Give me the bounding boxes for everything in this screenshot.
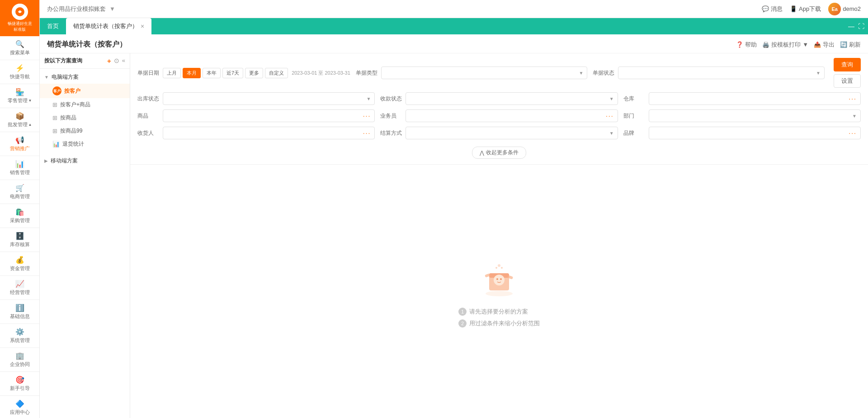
filter-row-3: 商品 ··· 业务员 ··· [137,109,861,122]
settlement-control[interactable]: ▼ [406,127,618,139]
tip-1-text: 请先选择要分析的方案 [469,308,528,316]
sidebar-item-search[interactable]: 🔍 搜索菜单 [0,36,39,60]
sidebar-item-finance[interactable]: 💰 资金管理 [0,252,39,276]
by-product-icon: ⊞ [52,114,57,121]
tip-2-text: 用过滤条件来缩小分析范围 [469,319,540,328]
search-icon: 🔍 [15,40,24,48]
empty-tip-1: 1 请先选择要分析的方案 [458,308,540,316]
svg-point-4 [494,275,505,285]
warehouse-control[interactable]: ··· [649,92,861,105]
sidebar-item-marketing[interactable]: 📢 营销推广 [0,132,39,156]
message-label: 消息 [771,5,783,13]
settlement-label: 结算方式 [380,129,403,137]
scheme-return-stats[interactable]: 📊 退货统计 [40,138,130,151]
sidebar-item-ecommerce-label: 电商管理 [10,193,30,200]
tab-maximize-icon[interactable]: ⛶ [858,23,864,30]
warehouse-label: 仓库 [623,95,646,103]
sidebar-item-wholesale[interactable]: 📦 批发管理 ▲ [0,108,39,132]
sidebar-item-ecommerce[interactable]: 🛒 电商管理 [0,180,39,204]
sidebar-item-enterprise[interactable]: 🏢 企业协同 [0,348,39,372]
sidebar-item-basic[interactable]: ℹ️ 基础信息 [0,300,39,324]
salesperson-label: 业务员 [380,112,403,120]
page-header: 销货单统计表（按客户） ❓ 帮助 🖨️ 按模板打印 ▼ 📤 导出 🔄 刷新 [40,34,868,53]
scheme-by-product[interactable]: ⊞ 按商品 [40,111,130,124]
query-btn[interactable]: 查询 [834,58,861,71]
out-status-control[interactable]: ▼ [163,92,375,105]
sidebar-item-business-label: 经营管理 [10,289,30,296]
doc-type-control[interactable]: ▼ [381,66,588,79]
tab-actions: — ⛶ [848,23,868,30]
user-profile[interactable]: Ea demo2 [828,3,861,15]
tree-section-desktop-header[interactable]: ▼ 电脑端方案 [40,71,130,84]
tab-minimize-icon[interactable]: — [848,23,854,30]
scheme-by-product-99[interactable]: ⊞ 按商品99 [40,124,130,138]
tab-close-icon[interactable]: × [141,23,144,30]
out-status-label: 出库状态 [137,95,160,103]
panel-collapse-btn[interactable]: « [122,57,125,65]
svg-point-1 [486,291,513,296]
sidebar-item-retail[interactable]: 🏪 零售管理 ▼ [0,84,39,108]
header-right: 💬 消息 📱 App下载 Ea demo2 [762,3,861,15]
scheme-by-customer[interactable]: 客户 按客户 [40,84,130,98]
basic-icon: ℹ️ [15,304,24,312]
sidebar: 畅捷通好生意 标准版 🔍 搜索菜单 ⚡ 快捷导航 🏪 零售管理 ▼ 📦 批发管理… [0,0,40,418]
message-btn[interactable]: 💬 消息 [762,5,783,13]
refresh-icon: 🔄 [840,41,847,48]
help-btn[interactable]: ❓ 帮助 [736,41,757,49]
receiver-control[interactable]: ··· [163,127,375,139]
empty-illustration [476,255,522,300]
filter-item-receive-status: 收款状态 ▼ [380,92,618,105]
filter-item-out-status: 出库状态 ▼ [137,92,375,105]
logo-icon [12,4,28,20]
doc-status-control[interactable]: ▼ [618,66,825,79]
sidebar-item-system[interactable]: ⚙️ 系统管理 [0,324,39,348]
receive-status-arrow-icon: ▼ [609,96,614,101]
export-btn[interactable]: 📤 导出 [814,41,835,49]
export-label: 导出 [823,41,835,49]
date-this-year-btn[interactable]: 本年 [203,68,221,78]
scheme-settings-btn[interactable]: ⊙ [114,57,119,65]
salesperson-control[interactable]: ··· [406,109,618,122]
sidebar-item-purchase[interactable]: 🛍️ 采购管理 [0,204,39,228]
collapse-label: 收起更多条件 [486,149,519,157]
add-scheme-btn[interactable]: + [107,57,111,65]
scheme-by-customer-label: 按客户 [64,87,80,95]
tab-home[interactable]: 首页 [40,18,66,34]
sidebar-item-newuser[interactable]: 🎯 新手引导 [0,372,39,396]
receiver-label: 收货人 [137,129,160,137]
filter-item-doc-type: 单据类型 ▼ [356,66,588,79]
action-buttons: 查询 设置 [834,58,861,88]
filter-item-warehouse: 仓库 ··· [623,92,861,105]
receive-status-control[interactable]: ▼ [406,92,618,105]
dept-control[interactable]: ▼ [649,109,861,122]
breadcrumb-arrow[interactable]: ▼ [109,5,115,12]
sidebar-item-quicknav[interactable]: ⚡ 快捷导航 [0,60,39,84]
settings-btn[interactable]: 设置 [834,74,861,88]
date-last-month-btn[interactable]: 上月 [163,68,181,78]
sidebar-item-sales[interactable]: 📊 销售管理 [0,156,39,180]
sidebar-item-retail-label: 零售管理 ▼ [8,97,32,104]
date-this-month-btn[interactable]: 本月 [183,68,201,78]
tree-section-mobile-header[interactable]: ▶ 移动端方案 [40,154,130,167]
refresh-btn[interactable]: 🔄 刷新 [840,41,861,49]
template-print-btn[interactable]: 🖨️ 按模板打印 ▼ [762,41,808,49]
app-download-btn[interactable]: 📱 App下载 [790,5,821,13]
doc-type-arrow-icon: ▼ [579,71,583,76]
date-more-btn[interactable]: 更多 [245,68,263,78]
sidebar-item-purchase-label: 采购管理 [10,217,30,224]
tab-sales-report[interactable]: 销货单统计表（按客户） × [66,18,151,34]
collapse-filters-btn[interactable]: ⋀ 收起更多条件 [472,147,526,159]
sidebar-item-sales-label: 销售管理 [10,169,30,176]
date-last-7-days-btn[interactable]: 近7天 [222,68,243,78]
retail-icon: 🏪 [15,88,24,96]
sidebar-item-business[interactable]: 📈 经营管理 [0,276,39,300]
sidebar-item-inventory[interactable]: 🗄️ 库存核算 [0,228,39,252]
filter-item-doc-status: 单据状态 ▼ [593,66,825,79]
brand-control[interactable]: ··· [649,127,861,139]
svg-point-10 [498,264,500,267]
product-control[interactable]: ··· [163,109,375,122]
date-custom-btn[interactable]: 自定义 [265,68,288,78]
sidebar-item-appcenter[interactable]: 🔷 应用中心 [0,396,39,418]
scheme-customer-product[interactable]: ⊞ 按客户+商品 [40,98,130,111]
filter-item-receiver: 收货人 ··· [137,127,375,139]
